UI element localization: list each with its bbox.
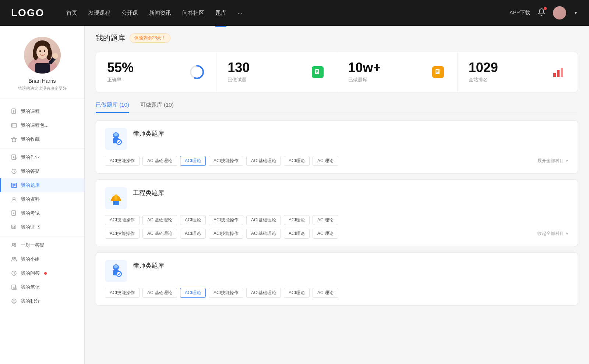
tag-2-11[interactable]: ACI技能操作	[209, 229, 243, 239]
bank-title-3: 律师类题库	[133, 260, 164, 270]
tag-2-4[interactable]: ACI技能操作	[209, 215, 243, 225]
sidebar-item-profile[interactable]: 我的资料	[0, 192, 84, 206]
tag-2-1[interactable]: ACI技能操作	[105, 215, 140, 225]
tag-2-5[interactable]: ACI基础理论	[246, 215, 281, 225]
tab-done-banks[interactable]: 已做题库 (10)	[96, 101, 129, 113]
stat-text-correct: 55% 正确率	[107, 61, 183, 83]
bank-icon-1	[105, 128, 127, 150]
tag-3-5[interactable]: ACI基础理论	[246, 288, 281, 298]
stat-value-correct: 55%	[107, 61, 183, 74]
tag-3-4[interactable]: ACI技能操作	[209, 288, 243, 298]
user-motto: 错误的决定比没有决定要好	[7, 86, 77, 91]
star-icon	[11, 136, 17, 142]
sidebar-item-favorites[interactable]: 我的收藏	[0, 132, 84, 146]
tag-3-7[interactable]: ACI理论	[313, 288, 338, 298]
nav-link-courses[interactable]: 发现课程	[88, 8, 110, 18]
nav-link-qa[interactable]: 问答社区	[182, 8, 204, 18]
tag-2-13[interactable]: ACI理论	[284, 229, 310, 239]
svg-point-6	[36, 46, 48, 59]
profile-avatar	[24, 37, 61, 74]
sidebar-item-qa[interactable]: ? 我的答疑	[0, 164, 84, 178]
notification-badge	[544, 7, 547, 10]
sidebar-label-groups: 我的小组	[21, 256, 40, 263]
question-icon: ?	[11, 168, 17, 174]
sidebar-item-my-courses[interactable]: 我的课程	[0, 104, 84, 118]
expand-btn-1[interactable]: 展开全部科目 ∨	[537, 158, 569, 164]
tag-2-10[interactable]: ACI理论	[180, 229, 206, 239]
sidebar-label-notes: 我的笔记	[21, 284, 40, 290]
app-download-button[interactable]: APP下载	[509, 10, 530, 16]
main-content: 我的题库 体验剩余23天！ 55% 正确率	[85, 26, 589, 364]
sidebar-label-my-questions: 我的问答	[21, 270, 40, 276]
nav-link-news[interactable]: 新闻资讯	[149, 8, 171, 18]
sidebar-divider-1	[0, 148, 84, 149]
collapse-btn-2[interactable]: 收起全部科目 ∧	[537, 231, 569, 237]
stat-text-banks: 10w+ 已做题库	[348, 61, 424, 83]
tag-2-9[interactable]: ACI基础理论	[142, 229, 177, 239]
tab-available-banks[interactable]: 可做题库 (10)	[140, 101, 174, 113]
tag-1-1[interactable]: ACI技能操作	[105, 156, 140, 166]
bank-icon-3	[105, 260, 127, 282]
tag-2-3[interactable]: ACI理论	[180, 215, 206, 225]
tag-2-7[interactable]: ACI理论	[313, 215, 338, 225]
svg-point-39	[13, 257, 14, 259]
tag-3-1[interactable]: ACI技能操作	[105, 288, 140, 298]
svg-point-34	[13, 226, 15, 228]
my-question-icon: ?	[11, 270, 17, 276]
tag-1-6[interactable]: ACI理论	[284, 156, 310, 166]
sidebar-label-one-on-one: 一对一答疑	[21, 242, 45, 249]
tag-3-2[interactable]: ACI基础理论	[142, 288, 177, 298]
tag-2-2[interactable]: ACI基础理论	[142, 215, 177, 225]
tag-2-12[interactable]: ACI基础理论	[246, 229, 281, 239]
nav-link-quiz[interactable]: 题库	[215, 8, 226, 18]
nav-link-open[interactable]: 公开课	[121, 8, 138, 18]
stat-value-done: 130	[228, 61, 303, 74]
tag-1-7[interactable]: ACI理论	[313, 156, 338, 166]
sidebar: Brian Harris 错误的决定比没有决定要好 我的课程 我的课程包...	[0, 26, 85, 364]
sidebar-label-my-courses: 我的课程	[21, 108, 40, 115]
tag-3-3[interactable]: ACI理论	[180, 288, 206, 298]
nav-link-home[interactable]: 首页	[66, 8, 77, 18]
sidebar-item-assignments[interactable]: 我的作业	[0, 150, 84, 164]
sidebar-item-groups[interactable]: 我的小组	[0, 252, 84, 266]
sidebar-item-my-questions[interactable]: ? 我的问答	[0, 266, 84, 280]
tag-1-5[interactable]: ACI基础理论	[246, 156, 281, 166]
sidebar-item-course-packages[interactable]: 我的课程包...	[0, 118, 84, 132]
sidebar-label-profile: 我的资料	[21, 196, 40, 203]
sidebar-item-quiz-bank[interactable]: 我的题库	[0, 178, 84, 192]
tag-2-6[interactable]: ACI理论	[284, 215, 310, 225]
profile-icon	[11, 196, 17, 202]
nav-link-more[interactable]: ···	[237, 8, 242, 18]
user-avatar[interactable]	[553, 6, 566, 19]
tag-3-6[interactable]: ACI理论	[284, 288, 310, 298]
sidebar-label-points: 我的积分	[21, 298, 40, 304]
stat-icon-done	[310, 64, 326, 80]
svg-point-40	[14, 257, 16, 259]
avatar-dropdown-chevron[interactable]: ▼	[574, 10, 578, 15]
stat-text-done: 130 已做试题	[228, 61, 303, 83]
sidebar-item-notes[interactable]: 我的笔记	[0, 280, 84, 294]
tag-1-3[interactable]: ACI理论	[180, 156, 206, 166]
lawyer-icon-svg-3	[108, 263, 124, 279]
bank-tags-1: ACI技能操作 ACI基础理论 ACI理论 ACI技能操作 ACI基础理论 AC…	[105, 156, 569, 166]
tag-2-8[interactable]: ACI技能操作	[105, 229, 140, 239]
tag-1-4[interactable]: ACI技能操作	[209, 156, 243, 166]
tag-1-2[interactable]: ACI基础理论	[142, 156, 177, 166]
sidebar-item-one-on-one[interactable]: 一对一答疑	[0, 238, 84, 252]
sidebar-item-cert[interactable]: 我的证书	[0, 220, 84, 234]
avatar-svg	[24, 37, 61, 74]
sidebar-item-points[interactable]: 我的积分	[0, 294, 84, 308]
one-on-one-icon	[11, 242, 17, 248]
assignment-icon	[11, 154, 17, 160]
svg-rect-70	[113, 201, 119, 205]
sidebar-label-favorites: 我的收藏	[21, 136, 40, 143]
points-icon	[11, 298, 17, 304]
lawyer-icon-svg-1	[108, 131, 124, 147]
sidebar-item-exam[interactable]: 我的考试	[0, 206, 84, 220]
stat-label-correct: 正确率	[107, 76, 183, 83]
svg-point-7	[39, 50, 41, 52]
stat-ranking: 1029 全站排名	[458, 52, 578, 92]
stat-value-ranking: 1029	[469, 61, 544, 74]
notification-bell[interactable]	[537, 8, 546, 18]
tag-2-14[interactable]: ACI理论	[313, 229, 338, 239]
